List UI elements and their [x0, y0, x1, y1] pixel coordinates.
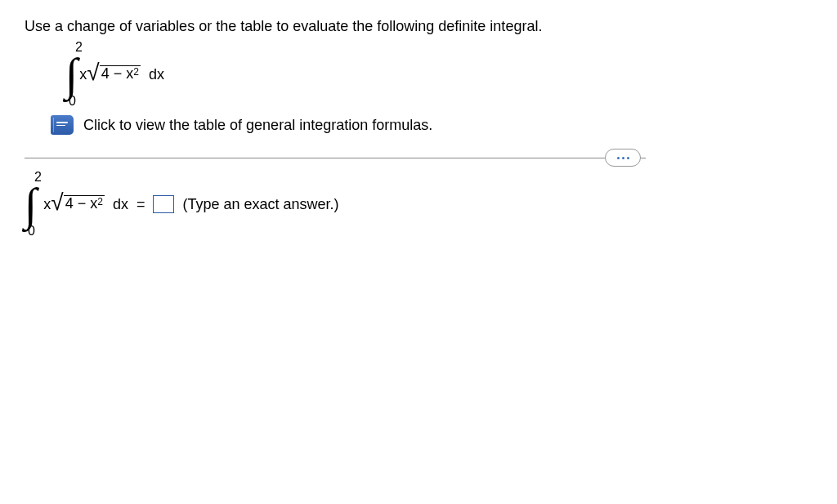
- answer-integral-symbol: 2 ∫ 0: [25, 181, 37, 227]
- constant-4: 4: [101, 66, 110, 83]
- answer-row: 2 ∫ 0 x √ 4 − x 2 dx = (Type an exact an…: [25, 181, 812, 227]
- var-x2: x: [126, 66, 133, 83]
- answer-sqrt-expression: √ 4 − x 2: [51, 193, 105, 216]
- integral-expression: 2 ∫ 0 x √ 4 − x 2 dx: [65, 51, 812, 97]
- sqrt-expression: √ 4 − x 2: [87, 63, 141, 86]
- lower-limit: 0: [69, 94, 76, 109]
- var-x: x: [79, 66, 87, 83]
- question-prompt: Use a change of variables or the table t…: [25, 16, 812, 37]
- exponent-2: 2: [133, 67, 139, 78]
- table-link-row[interactable]: Click to view the table of general integ…: [51, 115, 812, 135]
- table-link-text[interactable]: Click to view the table of general integ…: [83, 117, 432, 134]
- answer-differential-dx: dx: [113, 196, 128, 213]
- book-icon: [51, 115, 74, 135]
- answer-upper-limit: 2: [34, 170, 42, 185]
- answer-lower-limit: 0: [28, 224, 35, 239]
- answer-exponent-2: 2: [97, 197, 103, 207]
- answer-constant-4: 4: [65, 196, 74, 212]
- more-options-button[interactable]: [605, 149, 641, 167]
- answer-var-x2: x: [90, 196, 97, 212]
- equals-sign: =: [137, 196, 145, 213]
- answer-integrand: x √ 4 − x 2 dx: [43, 193, 128, 216]
- answer-var-x: x: [43, 196, 51, 213]
- divider-line: [25, 158, 646, 158]
- answer-input[interactable]: [153, 195, 174, 213]
- integral-symbol: 2 ∫ 0: [65, 51, 78, 97]
- differential-dx: dx: [149, 66, 164, 83]
- divider-row: [25, 158, 812, 158]
- upper-limit: 2: [75, 40, 83, 55]
- answer-hint: (Type an exact answer.): [182, 196, 338, 213]
- integrand: x √ 4 − x 2 dx: [79, 63, 164, 86]
